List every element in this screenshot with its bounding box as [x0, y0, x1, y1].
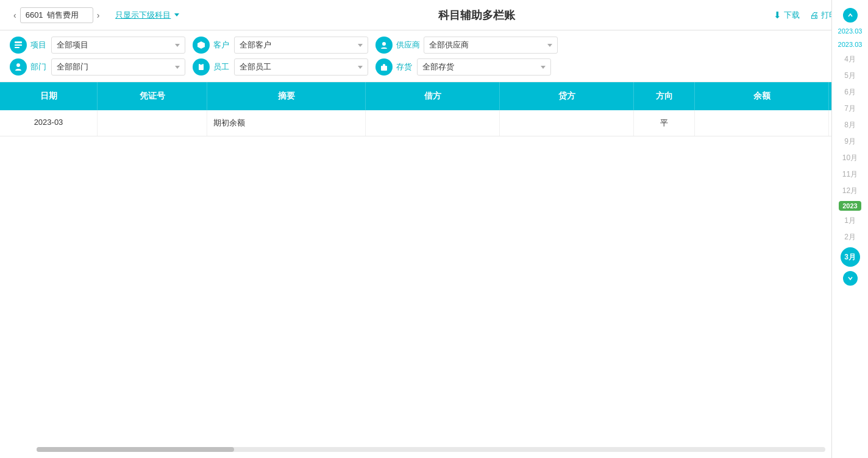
download-icon: ⬇ — [774, 10, 781, 21]
filter-customer: 客户 全部客户 — [193, 37, 368, 54]
account-code-box: 6601 销售费用 — [20, 7, 93, 23]
project-label: 项目 — [30, 40, 48, 51]
year-badge-2023[interactable]: 2023 — [839, 201, 861, 211]
customer-value: 全部客户 — [240, 40, 271, 51]
sidebar-month-7[interactable]: 7月 — [832, 100, 868, 117]
table-area: 日期 凭证号 摘要 借方 贷方 方向 余额 2023-03 期初余额 平 — [0, 82, 868, 136]
customer-select-arrow — [358, 44, 363, 47]
print-icon: 🖨 — [809, 10, 819, 20]
sidebar-month-10[interactable]: 10月 — [832, 150, 868, 166]
next-account-btn[interactable]: › — [93, 9, 104, 21]
sidebar-month-3-active[interactable]: 3月 — [841, 247, 860, 267]
table-row: 2023-03 期初余额 平 — [0, 110, 868, 136]
inventory-value: 全部存货 — [422, 62, 454, 72]
filter-row-1: 项目 全部项目 客户 全部客户 — [10, 37, 858, 54]
sidebar-month-1[interactable]: 1月 — [832, 213, 868, 229]
cell-voucher — [98, 110, 207, 136]
department-label: 部门 — [30, 62, 48, 72]
department-select[interactable]: 全部部门 — [51, 58, 185, 76]
inventory-select-arrow — [541, 66, 546, 69]
col-credit: 贷方 — [500, 82, 634, 110]
sidebar-period-start[interactable]: 2023.03 — [832, 24, 868, 38]
svg-point-4 — [16, 63, 20, 67]
col-voucher: 凭证号 — [98, 82, 207, 110]
sidebar-month-12[interactable]: 12月 — [832, 183, 868, 199]
main-window: ‹ 6601 销售费用 › 只显示下级科目 科目辅助多栏账 ⬇ 下载 🖨 打印 … — [0, 0, 868, 458]
supplier-label: 供应商 — [396, 40, 420, 51]
account-name: 销售费用 — [47, 10, 79, 21]
department-value: 全部部门 — [57, 62, 88, 72]
department-select-arrow — [175, 66, 180, 69]
inventory-label: 存货 — [396, 62, 413, 72]
inventory-select[interactable]: 全部存货 — [417, 58, 551, 76]
employee-select[interactable]: 全部员工 — [234, 58, 368, 76]
employee-value: 全部员工 — [240, 62, 271, 72]
sidebar-down-btn[interactable] — [843, 271, 858, 286]
project-select[interactable]: 全部项目 — [51, 37, 185, 54]
page-title: 科目辅助多栏账 — [179, 8, 774, 23]
supplier-select[interactable]: 全部供应商 — [424, 37, 558, 54]
svg-rect-1 — [15, 44, 22, 46]
sidebar-month-2[interactable]: 2月 — [832, 229, 868, 245]
scroll-thumb — [37, 447, 234, 452]
employee-icon — [193, 58, 210, 76]
customer-icon — [193, 37, 210, 54]
sidebar-month-6[interactable]: 6月 — [832, 84, 868, 100]
inventory-icon — [375, 58, 393, 76]
sidebar-period-end[interactable]: 2023.03 — [832, 38, 868, 51]
cell-date: 2023-03 — [0, 110, 98, 136]
sidebar-month-9[interactable]: 9月 — [832, 133, 868, 150]
sidebar-up-btn[interactable] — [843, 8, 858, 23]
filter-row-2: 部门 全部部门 员工 全部员工 — [10, 58, 858, 76]
cell-credit — [500, 110, 634, 136]
cell-debit — [366, 110, 500, 136]
customer-select[interactable]: 全部客户 — [234, 37, 368, 54]
col-debit: 借方 — [366, 82, 500, 110]
department-icon — [10, 58, 27, 76]
filter-project: 项目 全部项目 — [10, 37, 185, 54]
filter-supplier: 供应商 全部供应商 — [375, 37, 558, 54]
supplier-icon — [375, 37, 393, 54]
cell-direction: 平 — [634, 110, 695, 136]
project-value: 全部项目 — [57, 40, 88, 51]
sidebar-month-4[interactable]: 4月 — [832, 51, 868, 68]
svg-rect-5 — [199, 64, 204, 70]
download-button[interactable]: ⬇ 下载 — [774, 10, 800, 21]
scroll-track — [37, 447, 825, 452]
svg-rect-0 — [15, 41, 22, 43]
sidebar-month-5[interactable]: 5月 — [832, 68, 868, 84]
employee-label: 员工 — [213, 62, 230, 72]
chevron-down-icon — [174, 13, 179, 16]
customer-label: 客户 — [213, 40, 230, 51]
filter-department: 部门 全部部门 — [10, 58, 185, 76]
top-bar: ‹ 6601 销售费用 › 只显示下级科目 科目辅助多栏账 ⬇ 下载 🖨 打印 … — [0, 0, 868, 30]
cell-summary: 期初余额 — [207, 110, 366, 136]
project-select-arrow — [175, 44, 180, 47]
sidebar-month-11[interactable]: 11月 — [832, 166, 868, 183]
svg-rect-7 — [381, 66, 387, 71]
right-sidebar: 2023.03 2023.03 4月 5月 6月 7月 8月 9月 10月 11… — [831, 0, 868, 458]
prev-account-btn[interactable]: ‹ — [10, 9, 20, 21]
supplier-value: 全部供应商 — [429, 40, 469, 51]
svg-rect-6 — [200, 63, 202, 65]
sidebar-month-8[interactable]: 8月 — [832, 117, 868, 133]
col-balance: 余额 — [695, 82, 829, 110]
horizontal-scrollbar[interactable] — [37, 447, 825, 453]
col-direction: 方向 — [634, 82, 695, 110]
show-sub-toggle[interactable]: 只显示下级科目 — [115, 10, 179, 21]
filter-employee: 员工 全部员工 — [193, 58, 368, 76]
cell-balance — [695, 110, 829, 136]
svg-point-3 — [382, 42, 386, 46]
col-date: 日期 — [0, 82, 98, 110]
col-summary: 摘要 — [207, 82, 366, 110]
filter-area: 项目 全部项目 客户 全部客户 — [0, 30, 868, 82]
account-code: 6601 — [26, 10, 43, 19]
table-header: 日期 凭证号 摘要 借方 贷方 方向 余额 — [0, 82, 868, 110]
employee-select-arrow — [358, 66, 363, 69]
project-icon — [10, 37, 27, 54]
filter-inventory: 存货 全部存货 — [375, 58, 551, 76]
supplier-select-arrow — [547, 44, 552, 47]
svg-rect-2 — [15, 47, 20, 48]
